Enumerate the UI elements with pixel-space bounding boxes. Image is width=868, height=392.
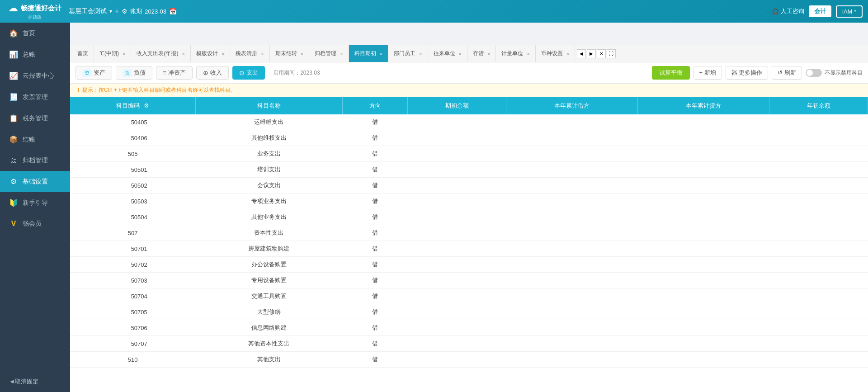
dropdown-icon[interactable]: ▾ (109, 8, 112, 14)
sub-tab-expense-label: 支出 (246, 69, 258, 77)
tab-period-close[interactable]: × (123, 51, 125, 57)
tab-prev-btn[interactable]: ◀ (577, 49, 586, 58)
table-row[interactable]: 507资本性支出借 (70, 225, 868, 241)
table-row[interactable]: 50405运维维支出借 (70, 114, 868, 130)
tab-home[interactable]: 首页 (72, 45, 94, 62)
sidebar-item-settlement[interactable]: 📦 结账 (0, 129, 70, 150)
tab-expand-btn[interactable]: ⛶ (607, 49, 616, 58)
table-row[interactable]: 50503专项业务支出借 (70, 194, 868, 209)
sidebar-collapse-btn[interactable]: ◄取消固定 (0, 371, 70, 392)
app-name: 畅捷通好会计 (21, 4, 61, 13)
cell-year-opening (769, 194, 868, 209)
headset-icon: 🎧 (772, 8, 779, 15)
table-row[interactable]: 50501培训支出借 (70, 162, 868, 178)
tab-inventory[interactable]: 存货 × (467, 45, 496, 62)
tab-currency[interactable]: 币种设置 × (536, 45, 575, 62)
table-row[interactable]: 50705大型修缮借 (70, 304, 868, 320)
tab-period-end-close[interactable]: × (301, 51, 303, 57)
table-container[interactable]: 科目编码 ⚙ 科目名称 方向 期初余额 本年累计借方 本年累计贷方 年初余额 5… (70, 97, 868, 392)
tab-inventory-close[interactable]: × (487, 51, 490, 57)
tax-icon: 📋 (9, 114, 18, 123)
settlement-icon: 📦 (9, 135, 18, 144)
table-row[interactable]: 50502会议支出借 (70, 178, 868, 194)
sidebar-label-settlement: 结账 (23, 136, 35, 144)
balance-btn[interactable]: 试算平衡 (652, 66, 690, 80)
sub-tab-income[interactable]: ⊕ 收入 (196, 66, 229, 80)
sub-tab-liability[interactable]: 负 负债 (116, 66, 152, 80)
table-row[interactable]: 50406其他维权支出借 (70, 130, 868, 146)
settings-icon[interactable]: ⚙ (122, 8, 127, 15)
tab-dept[interactable]: 部门员工 × (388, 45, 428, 62)
refresh-btn[interactable]: ↺ 刷新 (772, 66, 802, 80)
add-project-btn[interactable]: + (115, 7, 119, 15)
cell-dir: 借 (343, 162, 408, 178)
help-btn[interactable]: 🎧 人工咨询 (772, 7, 804, 15)
cell-name: 其他支出 (195, 352, 342, 368)
table-row[interactable]: 50703专用设备购置借 (70, 273, 868, 288)
tab-template-close[interactable]: × (222, 51, 224, 57)
tab-next-btn[interactable]: ▶ (587, 49, 596, 58)
table-row[interactable]: 505业务支出借 (70, 146, 868, 162)
cell-name: 其他维权支出 (195, 130, 342, 146)
sub-tab-expense[interactable]: ⊙ 支出 (232, 66, 265, 80)
tab-counterparty-close[interactable]: × (459, 51, 462, 57)
table-row[interactable]: 50707其他资本性支出借 (70, 336, 868, 352)
sub-tab-net-asset[interactable]: ≡ 净资产 (156, 66, 193, 80)
calendar-icon[interactable]: 📅 (169, 8, 177, 15)
tab-close-all-btn[interactable]: ✕ (597, 49, 606, 58)
sidebar-item-tax[interactable]: 📋 税务管理 (0, 108, 70, 129)
cell-name: 房屋建筑物购建 (195, 241, 342, 257)
table-row[interactable]: 50701房屋建筑物购建借 (70, 241, 868, 257)
accountant-btn[interactable]: 会计 (809, 5, 831, 17)
table-row[interactable]: 50706信息网络购建借 (70, 320, 868, 336)
sidebar-item-archive[interactable]: 🗂 归档管理 (0, 150, 70, 171)
tab-counterparty[interactable]: 往来单位 × (428, 45, 467, 62)
tab-period[interactable]: ℃(中期) × (94, 45, 131, 62)
cell-ytd-debit (506, 178, 637, 194)
table-row[interactable]: 50702办公设备购置借 (70, 257, 868, 273)
cell-code: 505 (70, 146, 195, 162)
sidebar-item-reports[interactable]: 📈 云报表中心 (0, 65, 70, 86)
cell-opening (408, 162, 506, 178)
table-row[interactable]: 50704交通工具购置借 (70, 288, 868, 304)
tab-unit[interactable]: 计量单位 × (496, 45, 535, 62)
cell-dir: 借 (343, 241, 408, 257)
tab-dept-close[interactable]: × (419, 51, 422, 57)
sidebar-item-invoice[interactable]: 🧾 发票管理 (0, 86, 70, 108)
th-opening: 期初余额 (408, 97, 506, 114)
table-row[interactable]: 50504其他业务支出借 (70, 209, 868, 225)
tab-unit-close[interactable]: × (527, 51, 529, 57)
table-row[interactable]: 510其他支出借 (70, 352, 868, 368)
add-btn[interactable]: + 新增 (693, 66, 722, 80)
tab-archive[interactable]: 归档管理 × (309, 45, 349, 62)
cell-ytd-credit (638, 352, 769, 368)
cell-dir: 借 (343, 194, 408, 209)
tab-period-end[interactable]: 期末结转 × (270, 45, 309, 62)
tab-archive-close[interactable]: × (340, 51, 343, 57)
tab-archive-label: 归档管理 (315, 50, 336, 57)
tab-income-year-close[interactable]: × (182, 51, 184, 57)
tab-template[interactable]: 模版设计 × (191, 45, 230, 62)
asset-icon: 资 (82, 69, 92, 77)
tab-income-year[interactable]: 收入支出表(年报) × (131, 45, 190, 62)
th-year-opening: 年初余额 (769, 97, 868, 114)
project-name[interactable]: 基层工会测试 (69, 7, 107, 15)
sub-tab-asset[interactable]: 资 资产 (75, 66, 112, 80)
tab-subject-init[interactable]: 科目期初 × (349, 45, 388, 62)
tab-subject-init-close[interactable]: × (380, 51, 382, 57)
cell-dir: 借 (343, 320, 408, 336)
sidebar-item-guide[interactable]: 🔰 新手引导 (0, 192, 70, 213)
more-btn[interactable]: 器 更多操作 (726, 66, 769, 80)
sidebar-label-settings: 基础设置 (23, 178, 48, 186)
sidebar-item-home[interactable]: 🏠 首页 (0, 23, 70, 44)
cell-ytd-debit (506, 194, 637, 209)
settings-col-icon[interactable]: ⚙ (144, 102, 149, 109)
sidebar-item-settings[interactable]: ⚙ 基础设置 (0, 171, 70, 192)
sidebar-item-vip[interactable]: V 畅会员 (0, 213, 70, 234)
toggle-switch[interactable] (806, 69, 822, 77)
iam-btn[interactable]: iAM * (836, 5, 863, 18)
tab-currency-close[interactable]: × (566, 51, 569, 57)
sidebar-item-ledger[interactable]: 📊 总账 (0, 44, 70, 65)
tab-tax-clear[interactable]: 税表清册 × (230, 45, 269, 62)
tab-tax-clear-close[interactable]: × (261, 51, 264, 57)
